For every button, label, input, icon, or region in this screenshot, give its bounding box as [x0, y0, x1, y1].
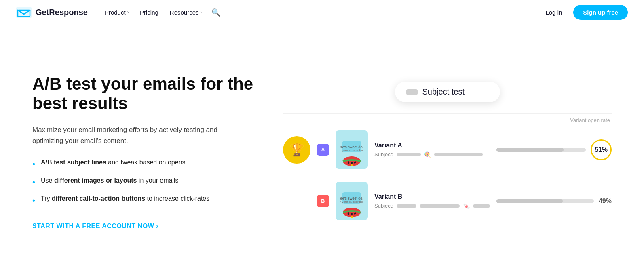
feature-bullets: • A/B test subject lines and tweak based… [32, 158, 267, 206]
variant-a-badge: A [317, 144, 329, 156]
cta-link[interactable]: START WITH A FREE ACCOUNT NOW › [32, 223, 158, 229]
watermelon-icon-b: Here's sweet deals for your subscribers. [340, 191, 363, 218]
logo-text: GetResponse [36, 8, 88, 17]
resources-chevron-icon: › [201, 10, 202, 15]
search-icon[interactable]: 🔍 [209, 6, 223, 19]
hero-content-left: A/B test your emails for the best result… [32, 74, 267, 230]
subject-bar-b2 [420, 204, 460, 208]
email-thumb-b: Here's sweet deals for your subscribers. [336, 182, 368, 220]
svg-point-16 [351, 213, 353, 215]
variant-b-progress: 49% [496, 197, 612, 205]
variant-a-row: 🏆 A Here's sweet deals for your subscrib… [283, 128, 612, 171]
progress-bar-fill-a [496, 148, 564, 152]
variant-b-subject: Subject: 🍬 [374, 203, 490, 209]
variant-a-progress: 51% [496, 139, 612, 160]
progress-bar-fill-b [496, 199, 563, 203]
nav-links: Product › Pricing Resources › 🔍 [101, 6, 223, 19]
nav-pricing[interactable]: Pricing [136, 6, 163, 19]
login-button[interactable]: Log in [541, 6, 567, 19]
variant-a-subject: Subject: 🍭 [374, 151, 490, 158]
progress-bar-bg-a [496, 148, 586, 152]
nav-product[interactable]: Product › [101, 6, 133, 19]
variant-rate-label: Variant open rate [283, 117, 612, 123]
bullet-1-text: A/B test subject lines and tweak based o… [41, 158, 186, 167]
bullet-3: • Try different call-to-action buttons t… [32, 194, 267, 206]
variant-a-name: Variant A [374, 142, 490, 149]
candy-icon-a: 🍭 [424, 151, 431, 158]
variant-a-percent: 51% [591, 139, 612, 160]
bullet-2-text: Use different images or layouts in your … [41, 176, 179, 185]
svg-point-8 [351, 162, 353, 164]
pill-icon [406, 89, 418, 95]
hero-section: A/B test your emails for the best result… [0, 25, 644, 271]
nav-right: Log in Sign up free [541, 5, 628, 20]
trophy-icon: 🏆 [289, 143, 304, 157]
signup-button[interactable]: Sign up free [573, 5, 628, 20]
product-chevron-icon: › [127, 10, 129, 15]
variant-a-info: Variant A Subject: 🍭 [374, 142, 490, 158]
hero-subtitle: Maximize your email marketing efforts by… [32, 124, 226, 146]
variant-b-info: Variant B Subject: 🍬 [374, 193, 490, 209]
trophy-badge: 🏆 [283, 136, 310, 164]
bullet-2: • Use different images or layouts in you… [32, 176, 267, 188]
email-thumb-a: Here's sweet deals for your subscribers. [336, 130, 368, 169]
variant-b-badge: B [317, 195, 329, 207]
bullet-dot-2: • [32, 176, 35, 188]
divider [283, 113, 612, 114]
watermelon-icon-a: Here's sweet deals for your subscribers. [340, 140, 363, 166]
candy-icon-b: 🍬 [463, 203, 470, 209]
bullet-dot-3: • [32, 194, 35, 206]
hero-illustration: Subject test Variant open rate 🏆 A [283, 82, 612, 223]
subject-bar-b3 [473, 204, 490, 208]
variant-b-percent: 49% [599, 197, 612, 205]
variant-b-name: Variant B [374, 193, 490, 200]
subject-bar-b1 [397, 204, 416, 208]
bullet-1: • A/B test subject lines and tweak based… [32, 158, 267, 170]
logo-icon [16, 7, 32, 18]
subject-bar-a1 [397, 153, 421, 156]
svg-text:for your subscribers.: for your subscribers. [340, 200, 363, 204]
variant-b-row: B Here's sweet deals for your subscriber… [283, 179, 612, 223]
hero-title: A/B test your emails for the best result… [32, 74, 267, 113]
bullet-dot-1: • [32, 158, 35, 170]
nav-resources[interactable]: Resources › [166, 6, 206, 19]
subject-bar-a2 [434, 153, 483, 156]
svg-text:for your subscribers.: for your subscribers. [340, 149, 363, 152]
bullet-3-text: Try different call-to-action buttons to … [41, 194, 209, 204]
logo[interactable]: GetResponse [16, 7, 88, 18]
variants-container: 🏆 A Here's sweet deals for your subscrib… [283, 128, 612, 223]
nav-left: GetResponse Product › Pricing Resources … [16, 6, 223, 19]
navbar: GetResponse Product › Pricing Resources … [0, 0, 644, 25]
subject-pill-text: Subject test [422, 87, 465, 97]
subject-test-pill: Subject test [395, 82, 500, 102]
progress-bar-bg-b [496, 199, 594, 203]
